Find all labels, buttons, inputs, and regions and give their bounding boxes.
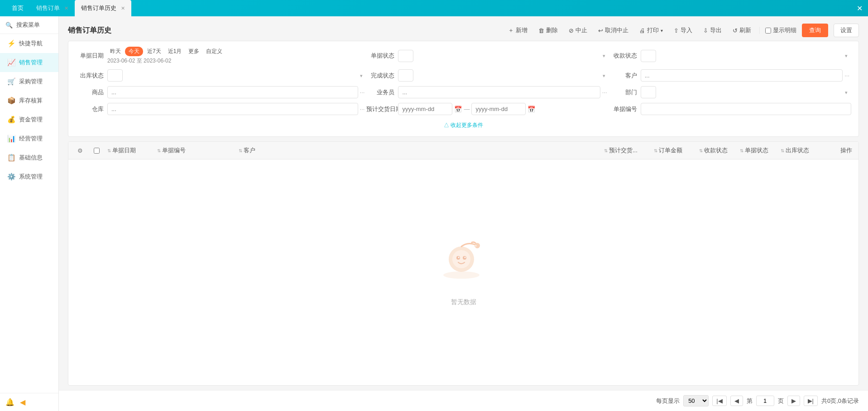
- pagination: 每页显示 50 10 20 100 |◀ ◀ 第 页 ▶ ▶| 共0页,0条记录: [59, 390, 868, 411]
- delivery-date-end[interactable]: [471, 103, 526, 115]
- sidebar-item-inventory-label: 库存核算: [19, 97, 43, 105]
- filter-order-no: 单据编号: [609, 103, 851, 115]
- date-btn-1month[interactable]: 近1月: [165, 47, 185, 56]
- first-page-button[interactable]: |◀: [712, 396, 726, 406]
- stop-icon: ⊘: [569, 27, 574, 34]
- sidebar-item-system[interactable]: ⚙️ 系统管理: [0, 167, 58, 186]
- print-label: 打印: [647, 26, 659, 34]
- calendar-end-icon[interactable]: 📅: [528, 106, 535, 113]
- payment-status-select[interactable]: [641, 50, 656, 62]
- sidebar-footer: 🔔 ◀: [0, 393, 58, 411]
- th-settings[interactable]: ⚙: [72, 143, 88, 159]
- operations-icon: 📊: [7, 135, 15, 143]
- date-dash: —: [464, 106, 470, 112]
- collapse-label: △ 收起更多条件: [444, 122, 483, 128]
- sort-sno-icon[interactable]: ⇅: [157, 148, 161, 153]
- sidebar-item-base-info-label: 基础信息: [19, 154, 43, 162]
- display-detail-checkbox[interactable]: 显示明细: [765, 26, 796, 34]
- top-bar-controls: ✕: [857, 4, 863, 13]
- sidebar-item-finance[interactable]: 💰 资金管理: [0, 110, 58, 129]
- sort-delivery-icon[interactable]: ⇅: [604, 148, 608, 153]
- tab-sales-order-history-close[interactable]: ✕: [121, 5, 125, 11]
- sort-order-status-icon[interactable]: ⇅: [740, 148, 743, 153]
- sort-warehouse-icon[interactable]: ⇅: [781, 148, 784, 153]
- total-label: 共0页,0条记录: [821, 397, 859, 405]
- salesperson-input[interactable]: [398, 86, 600, 98]
- dept-select[interactable]: [641, 86, 656, 98]
- dept-select-wrapper: [641, 86, 851, 98]
- settings-button[interactable]: 设置: [834, 24, 859, 37]
- print-button[interactable]: 🖨 打印 ▾: [637, 24, 666, 36]
- select-all-checkbox[interactable]: [94, 148, 100, 154]
- collapse-sidebar-icon[interactable]: ◀: [20, 398, 25, 406]
- order-status-select-wrapper: [398, 50, 609, 62]
- th-checkbox[interactable]: [88, 143, 105, 158]
- sidebar-item-sales[interactable]: 📈 销售管理: [0, 53, 58, 72]
- filter-customer: 客户 ···: [609, 69, 851, 82]
- purchase-icon: 🛒: [7, 77, 15, 86]
- add-button[interactable]: ＋ 新增: [505, 24, 530, 36]
- sort-amount-icon[interactable]: ⇅: [654, 148, 657, 153]
- svg-point-2: [452, 250, 470, 268]
- tab-sales-order-close[interactable]: ✕: [64, 5, 68, 11]
- calendar-start-icon[interactable]: 📅: [454, 106, 462, 113]
- import-button[interactable]: ⇧ 导入: [671, 24, 695, 36]
- goods-input[interactable]: [107, 86, 358, 98]
- sidebar-item-base-info[interactable]: 📋 基础信息: [0, 148, 58, 167]
- date-btn-more[interactable]: 更多: [186, 47, 202, 56]
- warehouse-dots-icon[interactable]: ···: [358, 106, 367, 112]
- date-btn-custom[interactable]: 自定义: [203, 47, 225, 56]
- toolbar: ＋ 新增 🗑 删除 ⊘ 中止 ↩ 取消中止 🖨 打印: [505, 24, 859, 37]
- tab-home[interactable]: 首页: [5, 0, 30, 16]
- date-btn-7days[interactable]: 近7天: [144, 47, 164, 56]
- date-btn-today[interactable]: 今天: [125, 47, 143, 56]
- sort-date-icon[interactable]: ⇅: [107, 148, 111, 153]
- tab-sales-order[interactable]: 销售订单 ✕: [30, 0, 75, 16]
- sidebar-search[interactable]: 🔍 搜索菜单: [0, 16, 58, 34]
- page-size-select[interactable]: 50 10 20 100: [683, 395, 709, 406]
- query-button[interactable]: 查询: [802, 24, 828, 37]
- page-size-label: 每页显示: [656, 397, 680, 405]
- stop-button[interactable]: ⊘ 中止: [566, 24, 590, 36]
- payment-status-select-wrapper: [641, 50, 851, 62]
- top-bar: 首页 销售订单 ✕ 销售订单历史 ✕ ✕: [0, 0, 868, 16]
- page-number-input[interactable]: [756, 396, 774, 406]
- sidebar-item-purchase[interactable]: 🛒 采购管理: [0, 72, 58, 91]
- page-label: 页: [778, 397, 784, 405]
- date-btn-yesterday[interactable]: 昨天: [107, 47, 124, 56]
- tab-sales-order-history[interactable]: 销售订单历史 ✕: [75, 0, 131, 16]
- sidebar-item-operations[interactable]: 📊 经营管理: [0, 129, 58, 148]
- delivery-date-start[interactable]: [398, 103, 452, 115]
- warehouse-input[interactable]: [107, 103, 358, 115]
- filter-collapse[interactable]: △ 收起更多条件: [76, 120, 851, 131]
- sort-payment-icon[interactable]: ⇅: [699, 148, 703, 153]
- sidebar-item-inventory[interactable]: 📦 库存核算: [0, 91, 58, 110]
- delivery-date-group: 📅 — 📅: [398, 103, 609, 115]
- salesperson-dots-icon[interactable]: ···: [600, 89, 609, 96]
- close-icon[interactable]: ✕: [857, 4, 863, 13]
- sidebar-item-system-label: 系统管理: [19, 173, 43, 181]
- complete-status-select[interactable]: [398, 69, 413, 82]
- goods-dots-icon[interactable]: ···: [358, 89, 367, 96]
- sidebar-item-quick-nav[interactable]: ⚡ 快捷导航: [0, 34, 58, 53]
- export-button[interactable]: ⇩ 导出: [700, 24, 724, 36]
- order-no-input[interactable]: [641, 103, 851, 115]
- delete-button[interactable]: 🗑 删除: [536, 24, 561, 36]
- cancel-stop-button[interactable]: ↩ 取消中止: [595, 24, 631, 36]
- customer-dots-icon[interactable]: ···: [843, 72, 851, 79]
- notification-icon[interactable]: 🔔: [5, 398, 14, 406]
- base-info-icon: 📋: [7, 154, 15, 162]
- order-status-select[interactable]: [398, 50, 413, 62]
- sort-customer-icon[interactable]: ⇅: [239, 148, 242, 153]
- system-icon: ⚙️: [7, 173, 15, 181]
- warehouse-status-select[interactable]: [107, 69, 123, 82]
- next-page-button[interactable]: ▶: [787, 396, 800, 406]
- prev-page-button[interactable]: ◀: [730, 396, 743, 406]
- search-icon: 🔍: [5, 22, 13, 29]
- refresh-button[interactable]: ↺ 刷新: [730, 24, 754, 36]
- customer-input[interactable]: [641, 69, 843, 82]
- display-detail-input[interactable]: [765, 28, 771, 34]
- th-order-status: ⇅ 单据状态: [737, 142, 778, 159]
- settings-label: 设置: [840, 27, 852, 34]
- last-page-button[interactable]: ▶|: [804, 396, 818, 406]
